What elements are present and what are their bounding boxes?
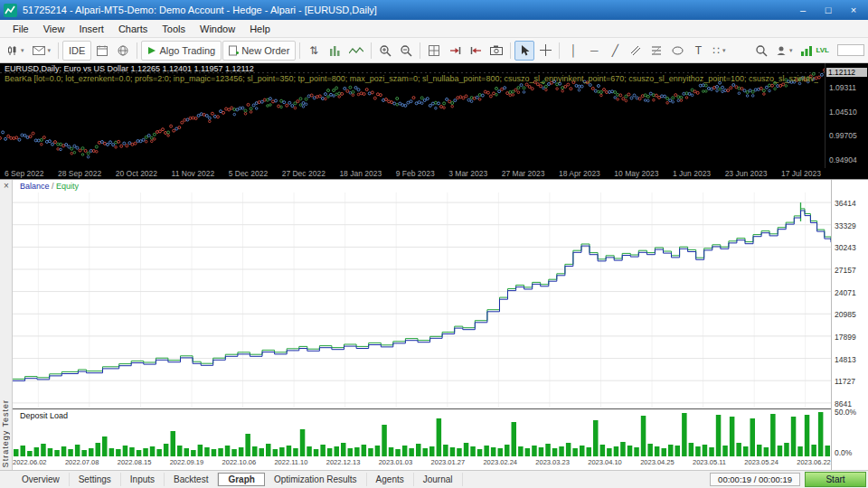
vertical-line-tool-button[interactable]: │ <box>563 41 583 61</box>
balance-axis-label: 36414 <box>835 199 856 208</box>
horizontal-line-icon: ─ <box>590 45 599 56</box>
tab-optimization-results[interactable]: Optimization Results <box>265 473 367 486</box>
price-scale-label: 1.09311 <box>829 83 856 92</box>
start-button[interactable]: Start <box>805 472 866 487</box>
objects-list-button[interactable]: ∷▾ <box>709 41 729 61</box>
tab-journal[interactable]: Journal <box>414 473 463 486</box>
crosshair-tool-button[interactable] <box>535 41 555 61</box>
chevron-down-icon: ▾ <box>21 47 24 53</box>
mt5-logo-icon <box>4 4 17 17</box>
menu-item-window[interactable]: Window <box>193 22 242 36</box>
tester-tabbar: OverviewSettingsInputsBacktestGraphOptim… <box>0 470 868 488</box>
menu-item-insert[interactable]: Insert <box>71 22 111 36</box>
tab-overview[interactable]: Overview <box>13 473 70 486</box>
account-button[interactable]: ▾ <box>772 41 797 61</box>
tile-windows-button[interactable] <box>424 41 444 61</box>
auto-scroll-button[interactable] <box>445 41 465 61</box>
price-chart[interactable]: EURUSD,Daily: Euro vs US Dollar 1.12265 … <box>0 63 868 168</box>
channel-tool-button[interactable] <box>626 41 646 61</box>
scroll-end-icon <box>449 46 461 55</box>
tab-agents[interactable]: Agents <box>367 473 414 486</box>
menu-item-help[interactable]: Help <box>242 22 278 36</box>
maximize-button[interactable]: □ <box>816 2 841 18</box>
text-tool-button[interactable]: T <box>688 41 708 61</box>
screenshot-button[interactable] <box>486 41 506 61</box>
chart-date-6-sep-2022: 6 Sep 2022 <box>5 169 43 178</box>
balance-equity-legend: Balance / Equity <box>20 182 79 191</box>
price-scale-axis[interactable]: 1.121121.093111.045100.997050.94904 <box>825 63 868 168</box>
legend-separator: / <box>50 182 57 191</box>
envelope-icon <box>33 46 45 55</box>
tester-date-2022-07-08: 2022.07.08 <box>65 458 99 466</box>
horizontal-line-tool-button[interactable]: ─ <box>584 41 604 61</box>
search-icon <box>755 44 768 57</box>
chart-shift-button[interactable] <box>466 41 486 61</box>
menu-item-charts[interactable]: Charts <box>111 22 155 36</box>
price-scale-label: 0.99705 <box>829 131 857 140</box>
message-button[interactable]: ▾ <box>29 41 55 61</box>
chart-date-11-nov-2022: 11 Nov 2022 <box>172 169 215 178</box>
menu-item-tools[interactable]: Tools <box>155 22 193 36</box>
chart-time-axis[interactable]: 6 Sep 202228 Sep 202220 Oct 202211 Nov 2… <box>0 168 868 179</box>
bars-mode-button[interactable] <box>325 41 344 61</box>
tab-graph[interactable]: Graph <box>218 473 264 486</box>
tester-date-2023-03-23: 2023.03.23 <box>535 458 570 466</box>
user-icon <box>776 45 787 56</box>
tick-scale-button[interactable]: ⇅ <box>304 41 324 61</box>
tab-settings[interactable]: Settings <box>70 473 121 486</box>
chart-date-18-apr-2023: 18 Apr 2023 <box>559 169 600 178</box>
connection-level-indicator: LVL <box>797 41 833 61</box>
chart-date-28-sep-2022: 28 Sep 2022 <box>58 169 101 178</box>
shapes-tool-button[interactable] <box>667 41 687 61</box>
calendar-button[interactable] <box>92 41 112 61</box>
tile-icon <box>429 45 439 56</box>
balance-axis-label: 8641 <box>835 399 852 408</box>
search-button[interactable] <box>751 41 771 61</box>
toolbar-separator <box>299 42 300 59</box>
tester-date-2023-01-03: 2023.01.03 <box>379 458 413 466</box>
zoom-out-button[interactable] <box>396 41 416 61</box>
close-button[interactable]: × <box>841 2 866 18</box>
balance-axis-label: 17899 <box>835 333 856 342</box>
menu-item-view[interactable]: View <box>36 22 72 36</box>
trendline-tool-button[interactable]: ╱ <box>605 41 625 61</box>
line-chart-button[interactable] <box>345 41 367 61</box>
toolbar-separator <box>137 42 137 59</box>
chart-date-5-dec-2022: 5 Dec 2022 <box>229 169 268 178</box>
algo-trading-button[interactable]: Algo Trading <box>141 41 222 61</box>
market-watch-button[interactable] <box>113 41 133 61</box>
tester-date-2023-01-27: 2023.01.27 <box>431 458 466 466</box>
tester-value-axis: 50.0% 0.0% 36414333293024327157240712098… <box>831 180 868 471</box>
balance-axis-label: 33329 <box>835 221 856 230</box>
chart-date-27-mar-2023: 27 Mar 2023 <box>502 169 545 178</box>
tester-date-2022-08-15: 2022.08.15 <box>118 458 152 466</box>
signal-bars-icon <box>800 45 813 56</box>
toolbar-separator <box>420 42 420 59</box>
titlebar: 51725214 - Alpari-MT5-Demo: Demo Account… <box>0 0 868 20</box>
new-order-button[interactable]: New Order <box>222 41 296 61</box>
chart-date-10-may-2023: 10 May 2023 <box>614 169 658 178</box>
fibonacci-tool-button[interactable] <box>646 41 666 61</box>
candlestick-icon <box>7 45 18 56</box>
close-tester-button[interactable]: × <box>0 180 13 192</box>
chart-date-18-jan-2023: 18 Jan 2023 <box>339 169 382 178</box>
deposit-load-chart[interactable] <box>13 411 831 456</box>
tab-backtest[interactable]: Backtest <box>165 473 218 486</box>
algo-trading-label: Algo Trading <box>159 45 215 56</box>
chart-date-9-feb-2023: 9 Feb 2023 <box>396 169 435 178</box>
tester-date-2023-04-25: 2023.04.25 <box>640 458 675 466</box>
chart-type-button[interactable]: ▾ <box>4 41 28 61</box>
cursor-tool-button[interactable] <box>514 41 534 61</box>
tab-inputs[interactable]: Inputs <box>121 473 165 486</box>
zoom-in-button[interactable] <box>375 41 395 61</box>
play-icon <box>147 46 156 55</box>
new-order-label: New Order <box>241 45 289 56</box>
minimize-button[interactable]: – <box>790 2 816 18</box>
connection-status-box <box>837 44 864 56</box>
window-title: 51725214 - Alpari-MT5-Demo: Demo Account… <box>23 5 790 15</box>
balance-equity-chart[interactable] <box>13 192 831 408</box>
tester-sidebar-label: Strategy Tester <box>1 399 10 467</box>
menu-item-file[interactable]: File <box>5 22 36 36</box>
objects-icon: ∷ <box>712 45 720 56</box>
ide-button[interactable]: IDE <box>62 41 91 61</box>
